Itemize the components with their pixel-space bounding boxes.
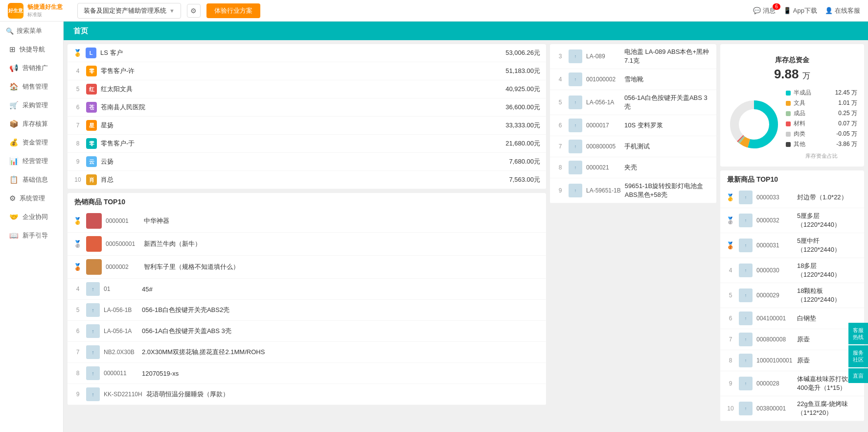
hot-product-row: 🥇 0000001 中华神器 [68,210,546,233]
newest-product-row: 6 ↑ 004100001 白钢垫 [720,308,864,329]
product-code: 0000002 [106,264,140,270]
product-name: 056-1A白色按键开关盖ABS 3壳 [142,327,540,336]
marketing-icon: 📢 [9,64,19,72]
product-code: 0000029 [756,292,793,299]
customer-amount: 40,925.00元 [505,85,540,94]
hot-product-row: 5 ↑ LA-056-1B 056-1B白色按键开关壳ABS2壳 [68,300,546,321]
inventory-total: 库存总资金 9.88 万 [727,51,857,89]
product-name: 056-1B白色按键开关壳ABS2壳 [142,306,540,314]
collab-icon: 🤝 [9,213,19,221]
medal-icon: 🥉 [73,263,82,271]
notification-button[interactable]: 💬 消息 6 [753,6,776,15]
page-title: 首页 [73,26,88,36]
thumb-icon: ↑ [745,293,747,298]
customer-badge: 零 [86,138,97,149]
sidebar-item-system[interactable]: ⚙ 系统管理 [0,189,63,208]
sidebar-item-collab[interactable]: 🤝 企业协同 [0,208,63,226]
basic-info-icon: 📋 [9,175,19,184]
thumbnail-icon: ↑ [574,165,577,170]
product-thumbnail: ↑ [739,288,753,302]
customer-name: 云扬 [101,157,505,166]
gear-icon: ⚙ [190,7,197,15]
hot-products-panel: 热销商品 TOP10 🥇 0000001 中华神器 🥈 000500001 新西… [68,193,546,405]
top-customer-row: 8 零 零售客户-于 21,680.00元 [68,135,546,153]
sidebar-item-purchase[interactable]: 🛒 采购管理 [0,96,63,115]
product-name: 12070519-xs [142,370,540,377]
dropdown-arrow-icon: ▼ [169,8,175,14]
product-name: 45# [142,286,540,293]
system-select[interactable]: 装备及固定资产辅助管理系统 ▼ [77,3,181,19]
newest-product-row: 4 ↑ 0000030 18多层（1220*2440） [720,258,864,283]
product-code: 000500001 [106,240,140,247]
sidebar-item-inventory[interactable]: 📦 库存核算 [0,115,63,133]
product-name: 新西兰牛肉（新牛） [144,240,540,248]
item-name: 电池盖 LA-089 ABS本色+黑种 7.1克 [624,48,710,65]
customer-badge: 零 [86,66,97,76]
inventory-icon: 📦 [9,120,19,128]
hot-products-table: 🥇 0000001 中华神器 🥈 000500001 新西兰牛肉（新牛） 🥉 0… [68,210,546,405]
customer-name: 零售客户-于 [101,139,502,148]
customer-name: 零售客户-许 [101,67,502,75]
product-thumbnail: ↑ [739,239,753,252]
medal-icon: 🥈 [726,216,735,224]
top-customers-panel: 🥇 L LS 客户 53,006.26元 4 零 零售客户-许 51,183.0… [68,44,546,189]
settings-button[interactable]: ⚙ [187,4,201,18]
rank-number: 8 [726,357,735,364]
customer-service-button[interactable]: 客服热线 [848,323,868,345]
product-name: 中华神器 [144,216,540,225]
product-name: 18颗粒板（1220*2440） [797,287,858,304]
legend-value: 0.07 万 [833,120,857,128]
product-name: 花语萌恒温分腿睡袋（厚款） [146,390,540,399]
product-thumbnail: ↑ [739,354,753,367]
product-name: 白钢垫 [797,314,858,323]
product-code: 0000001 [106,217,140,224]
legend-item: 肉类 -0.05 万 [786,130,857,138]
legend-name: 其他 [794,140,830,148]
newest-products-panel: 最新商品 TOP10 🥇 ↑ 0000033 封边带（1.0*22） 🥈 ↑ 0… [720,170,864,421]
top-customer-row: 5 红 红太阳文具 40,925.00元 [68,80,546,98]
service-community-button[interactable]: 服务社区 [848,345,868,367]
customer-amount: 36,600.00元 [505,103,540,112]
product-code: 0000028 [756,380,793,387]
product-thumbnail: ↑ [739,191,753,204]
page-header: 首页 [64,22,868,40]
right-column: 库存总资金 9.88 万 [716,40,868,432]
item-thumbnail: ↑ [569,161,582,174]
legend-value: -3.86 万 [833,140,857,148]
rank-number: 6 [73,328,82,335]
thumbnail-placeholder-icon: ↑ [91,286,94,292]
sidebar-item-operations[interactable]: 📊 经营管理 [0,152,63,170]
top-items-table: 3 ↑ LA-089 电池盖 LA-089 ABS本色+黑种 7.1克 4 ↑ … [550,44,716,203]
thumbnail-icon: ↑ [574,144,577,149]
legend-value: -0.05 万 [833,130,857,138]
top-customer-row: 🥇 L LS 客户 53,006.26元 [68,44,546,62]
app-download-button[interactable]: 📱 App下载 [783,6,817,15]
customer-badge: 星 [86,120,97,131]
product-name: 18多层（1220*2440） [797,262,858,279]
item-code: LA-056-1A [586,99,620,106]
thumb-icon: ↑ [745,337,747,342]
operations-icon: 📊 [9,157,19,166]
online-service-button[interactable]: 👤 在线客服 [825,6,860,15]
medal-icon: 🥉 [726,241,735,249]
inventory-amount: 9.88 [774,67,799,81]
product-code: 004100001 [756,315,793,322]
search-menu-button[interactable]: 🔍 搜索菜单 [0,22,63,40]
sidebar-item-quick-nav[interactable]: ⊞ 快捷导航 [0,40,63,59]
rank-number: 6 [556,122,565,129]
sidebar-item-guide[interactable]: 📖 新手引导 [0,226,63,245]
sidebar-item-finance[interactable]: 💰 资金管理 [0,133,63,152]
item-thumbnail: ↑ [569,140,582,153]
sidebar-item-marketing[interactable]: 📢 营销推广 [0,59,63,77]
logo-icon: 好生意 [8,3,23,19]
sidebar-item-sales[interactable]: 🏠 销售管理 [0,77,63,96]
rank-number: 5 [73,86,82,93]
item-thumbnail: ↑ [569,96,582,109]
sidebar-item-basic-info[interactable]: 📋 基础信息 [0,170,63,189]
product-thumbnail: ↑ [739,333,753,346]
trial-button[interactable]: 体验行业方案 [206,3,260,18]
customer-name: 肖总 [101,175,505,184]
direct-button[interactable]: 直亩 [848,368,868,383]
product-thumbnail: ↑ [86,345,100,359]
product-thumbnail: ↑ [86,282,100,296]
